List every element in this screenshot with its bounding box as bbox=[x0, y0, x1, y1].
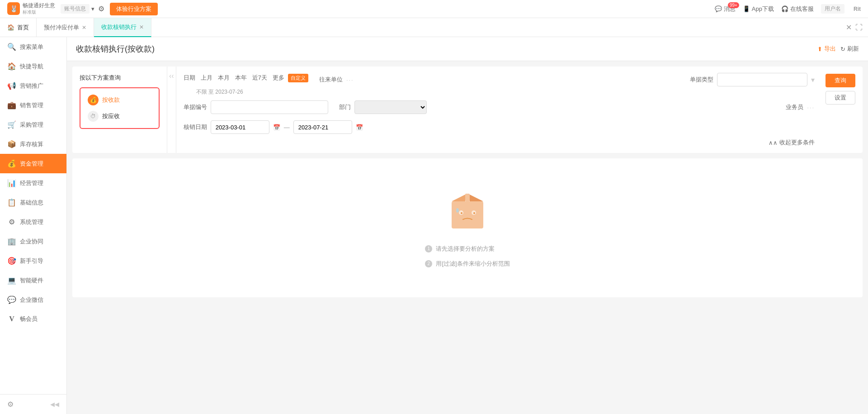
filter-sidebar: 按以下方案查询 💰 按收款 ⏱ 按应收 bbox=[72, 67, 167, 153]
sidebar-item-weixin[interactable]: 💬 企业微信 bbox=[0, 290, 66, 309]
industry-btn[interactable]: 体验行业方案 bbox=[110, 3, 158, 15]
doc-type-filter: 单据类型 ▾ bbox=[690, 73, 815, 86]
dept-select[interactable] bbox=[354, 100, 427, 114]
receipt-icon: 💰 bbox=[88, 95, 99, 105]
date-filter: 日期 上月 本月 本年 近7天 更多 自定义 bbox=[184, 73, 308, 83]
hint-num-1: 1 bbox=[425, 245, 432, 252]
home-nav-icon: 🏠 bbox=[7, 62, 16, 71]
counterpart-label: 往来单位 bbox=[319, 76, 343, 84]
export-btn[interactable]: ⬆ 导出 bbox=[817, 45, 836, 53]
logo-sub: 标准版 bbox=[23, 9, 55, 15]
finance-icon: 💰 bbox=[7, 159, 16, 168]
date-btn-7days[interactable]: 近7天 bbox=[250, 73, 269, 83]
tab-receivable-close[interactable]: ✕ bbox=[139, 24, 144, 30]
sidebar-item-member[interactable]: V 畅会员 bbox=[0, 309, 66, 328]
page-content: 收款核销执行(按收款) ⬆ 导出 ↻ 刷新 按以下方案查询 bbox=[67, 37, 868, 414]
filter-collapse-handle[interactable]: ‹‹ bbox=[167, 67, 176, 153]
sidebar-item-search[interactable]: 🔍 搜索菜单 bbox=[0, 37, 66, 57]
tab-expand-icon[interactable]: ⛶ bbox=[855, 24, 863, 32]
settings-bottom-icon[interactable]: ⚙ bbox=[7, 400, 14, 409]
doc-type-dropdown-icon: ▾ bbox=[811, 76, 815, 84]
sidebar-item-nav-label: 快捷导航 bbox=[20, 62, 43, 71]
message-icon: 💬 bbox=[715, 5, 722, 12]
filter-main: 日期 上月 本月 本年 近7天 更多 自定义 bbox=[176, 67, 822, 153]
date-label: 日期 bbox=[184, 74, 195, 82]
staff-label: 业务员 bbox=[786, 103, 803, 111]
service-btn[interactable]: 🎧 在线客服 bbox=[781, 5, 814, 13]
sidebar-item-marketing[interactable]: 📢 营销推广 bbox=[0, 76, 66, 95]
doc-no-filter: 单据编号 bbox=[184, 100, 328, 114]
collapse-more-btn[interactable]: ∧∧ 收起更多条件 bbox=[769, 138, 815, 147]
filter-option-receipt[interactable]: 💰 按收款 bbox=[84, 92, 155, 108]
sidebar-item-nav[interactable]: 🏠 快捷导航 bbox=[0, 57, 66, 76]
sidebar-item-collab[interactable]: 🏢 企业协同 bbox=[0, 232, 66, 251]
user-label[interactable]: 用户名 bbox=[821, 4, 844, 14]
sidebar-item-guide-label: 新手引导 bbox=[20, 257, 43, 265]
hint-text-1: 请先选择要分析的方案 bbox=[436, 243, 495, 256]
verify-date-separator: — bbox=[284, 124, 290, 131]
page-title: 收款核销执行(按收款) bbox=[76, 43, 155, 61]
sidebar-item-guide[interactable]: 🎯 新手引导 bbox=[0, 251, 66, 271]
sidebar-item-finance[interactable]: 💰 资金管理 bbox=[0, 154, 66, 173]
svg-rect-1 bbox=[465, 194, 470, 201]
date-range-text: 不限 至 2023-07-26 bbox=[196, 88, 815, 96]
collab-icon: 🏢 bbox=[7, 237, 16, 246]
empty-hints: 1 请先选择要分析的方案 2 用[过滤]条件来缩小分析范围 bbox=[425, 243, 509, 270]
home-icon: 🏠 bbox=[7, 24, 14, 31]
date-btn-more[interactable]: 更多 bbox=[271, 73, 286, 83]
empty-hint-2: 2 用[过滤]条件来缩小分析范围 bbox=[425, 257, 509, 271]
sidebar-item-hardware[interactable]: 💻 智能硬件 bbox=[0, 271, 66, 290]
filter-option-receivable[interactable]: ⏱ 按应收 bbox=[84, 108, 155, 124]
sidebar-item-operations-label: 经营管理 bbox=[20, 179, 43, 187]
verify-date-end-cal[interactable]: 📅 bbox=[356, 124, 363, 131]
verify-date-start-input[interactable] bbox=[211, 120, 269, 134]
dept-staff-row: 部门 业务员 ··· bbox=[339, 100, 815, 114]
date-btn-this-month[interactable]: 本月 bbox=[216, 73, 231, 83]
sidebar-item-purchase[interactable]: 🛒 采购管理 bbox=[0, 115, 66, 134]
refresh-btn[interactable]: ↻ 刷新 bbox=[840, 45, 859, 53]
message-btn[interactable]: 💬 消息 99+ bbox=[715, 5, 736, 13]
counterpart-dots[interactable]: ··· bbox=[346, 76, 354, 83]
sidebar-collapse-btn[interactable]: ◀◀ bbox=[50, 401, 59, 408]
refresh-label: 刷新 bbox=[847, 45, 859, 53]
topbar: 🐰 畅捷通好生意 标准版 账号信息 ▾ ⚙ 体验行业方案 💬 消息 99+ 📱 … bbox=[0, 0, 868, 18]
verify-date-label: 核销日期 bbox=[184, 123, 207, 131]
filter-container: 按以下方案查询 💰 按收款 ⏱ 按应收 ‹‹ bbox=[67, 61, 868, 153]
sidebar-item-operations[interactable]: 📊 经营管理 bbox=[0, 173, 66, 193]
user-text: Rit bbox=[854, 6, 861, 12]
date-btn-custom[interactable]: 自定义 bbox=[288, 74, 308, 82]
query-btn[interactable]: 查询 bbox=[826, 74, 855, 87]
verify-date-start-cal[interactable]: 📅 bbox=[273, 124, 280, 131]
sidebar-item-system[interactable]: ⚙ 系统管理 bbox=[0, 212, 66, 232]
query-btn-group: 查询 设置 bbox=[822, 67, 863, 153]
tabbar-actions: ✕ ⛶ bbox=[846, 23, 868, 32]
sidebar-item-sales[interactable]: 💼 销售管理 bbox=[0, 95, 66, 115]
setting-btn[interactable]: 设置 bbox=[826, 91, 855, 105]
tab-prepay[interactable]: 预付冲应付单 ✕ bbox=[37, 18, 94, 37]
svg-point-5 bbox=[473, 212, 475, 214]
account-dropdown[interactable]: ▾ bbox=[91, 5, 94, 12]
verify-date-filter: 核销日期 📅 — 📅 bbox=[184, 120, 363, 134]
sidebar-item-basic[interactable]: 📋 基础信息 bbox=[0, 193, 66, 212]
staff-dots[interactable]: ··· bbox=[807, 104, 815, 111]
doc-no-input[interactable] bbox=[211, 100, 328, 114]
sidebar-item-inventory[interactable]: 📦 库存核算 bbox=[0, 134, 66, 154]
date-btn-this-year[interactable]: 本年 bbox=[233, 73, 249, 83]
topbar-right: 💬 消息 99+ 📱 App下载 🎧 在线客服 用户名 Rit bbox=[715, 4, 861, 14]
logo-text-block: 畅捷通好生意 标准版 bbox=[23, 2, 55, 15]
doc-type-select[interactable] bbox=[717, 73, 807, 86]
counterpart-filter: 往来单位 ··· bbox=[319, 76, 354, 84]
tab-close-all-icon[interactable]: ✕ bbox=[846, 23, 852, 32]
date-btn-last-month[interactable]: 上月 bbox=[199, 73, 214, 83]
svg-point-6 bbox=[456, 208, 459, 213]
verify-date-end-input[interactable] bbox=[293, 120, 352, 134]
sidebar-item-finance-label: 资金管理 bbox=[20, 160, 43, 168]
service-icon: 🎧 bbox=[781, 5, 788, 12]
settings-icon[interactable]: ⚙ bbox=[98, 5, 104, 13]
tab-prepay-close[interactable]: ✕ bbox=[82, 24, 86, 31]
filter-option-receivable-label: 按应收 bbox=[102, 112, 120, 120]
app-download-btn[interactable]: 📱 App下载 bbox=[743, 5, 774, 13]
tab-receivable[interactable]: 收款核销执行 ✕ bbox=[94, 18, 151, 37]
counterpart-doc-row: 往来单位 ··· 单据类型 ▾ bbox=[319, 73, 815, 86]
tab-home[interactable]: 🏠 首页 bbox=[0, 18, 37, 37]
